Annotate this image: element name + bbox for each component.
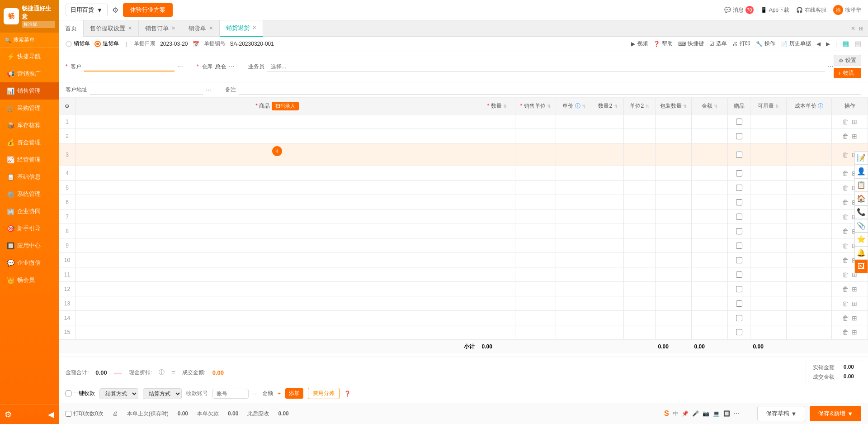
cell-cost-price-12[interactable] bbox=[787, 282, 832, 296]
cell-cost-price-15[interactable] bbox=[787, 325, 832, 340]
delete-btn-6[interactable]: 🗑 bbox=[841, 198, 849, 207]
cell-unit2-1[interactable] bbox=[624, 114, 656, 129]
tab-close-sales-delivery[interactable]: ✕ bbox=[209, 25, 213, 31]
cell-quantity-6[interactable] bbox=[479, 195, 515, 210]
cell-quantity2-10[interactable] bbox=[592, 253, 624, 267]
delete-btn-5[interactable]: 🗑 bbox=[841, 183, 849, 192]
right-icon-5[interactable]: 📞 bbox=[854, 205, 868, 219]
cell-cost-price-4[interactable] bbox=[787, 166, 832, 181]
cell-sales-unit-2[interactable] bbox=[515, 129, 556, 143]
cell-quantity2-7[interactable] bbox=[592, 210, 624, 224]
price-info-icon[interactable]: ⓘ bbox=[575, 103, 580, 109]
amount-dot-btn[interactable]: + bbox=[278, 391, 281, 397]
cell-sales-unit-3[interactable] bbox=[515, 143, 556, 166]
sidebar-item-enterprise[interactable]: 🏢 企业协同 bbox=[0, 203, 59, 220]
history-btn[interactable]: 📄 历史单据 bbox=[781, 40, 811, 48]
add-btn[interactable]: 添加 bbox=[285, 388, 303, 399]
sidebar-item-inventory[interactable]: 📦 库存核算 bbox=[0, 117, 59, 134]
cell-quantity-1[interactable] bbox=[479, 114, 515, 129]
settings-bottom-icon[interactable]: ⚙ bbox=[5, 410, 12, 419]
gift-checkbox-3[interactable] bbox=[736, 152, 742, 158]
cell-cost-price-6[interactable] bbox=[787, 195, 832, 210]
cell-cost-price-11[interactable] bbox=[787, 267, 832, 282]
cell-unit2-5[interactable] bbox=[624, 181, 656, 195]
address-more-btn[interactable]: ··· bbox=[206, 86, 212, 94]
sidebar-item-member[interactable]: 👑 畅会员 bbox=[0, 272, 59, 289]
cell-product-7[interactable] bbox=[75, 210, 479, 224]
cell-quantity-12[interactable] bbox=[479, 282, 515, 296]
cell-gift-4[interactable] bbox=[728, 166, 750, 181]
sidebar-item-operations[interactable]: 📈 经营管理 bbox=[0, 151, 59, 168]
logistics-btn[interactable]: + 物流 bbox=[834, 68, 861, 78]
print-btn[interactable]: 🖨 打印 bbox=[732, 40, 750, 48]
copy-btn-14[interactable]: ⊞ bbox=[851, 314, 858, 323]
cell-amount-3[interactable] bbox=[692, 143, 728, 166]
right-icon-9[interactable]: 🖼 bbox=[854, 260, 868, 273]
cell-product-1[interactable] bbox=[75, 114, 479, 129]
cell-gift-5[interactable] bbox=[728, 181, 750, 195]
cell-unit2-6[interactable] bbox=[624, 195, 656, 210]
help-btn[interactable]: ❓ 帮助 bbox=[653, 40, 673, 48]
cell-available-13[interactable] bbox=[750, 296, 787, 311]
cell-unit2-10[interactable] bbox=[624, 253, 656, 267]
cell-amount-5[interactable] bbox=[692, 181, 728, 195]
cell-available-14[interactable] bbox=[750, 311, 787, 325]
cell-available-4[interactable] bbox=[750, 166, 787, 181]
view-list-btn[interactable]: ▤ bbox=[854, 39, 861, 48]
cell-cost-price-3[interactable] bbox=[787, 143, 832, 166]
cell-sales-unit-15[interactable] bbox=[515, 325, 556, 340]
cell-unit-price-15[interactable] bbox=[556, 325, 592, 340]
fee-help-icon[interactable]: ❓ bbox=[344, 391, 351, 397]
cell-pack-qty-10[interactable] bbox=[656, 253, 692, 267]
add-row-btn[interactable]: + bbox=[272, 146, 282, 156]
cell-unit-price-9[interactable] bbox=[556, 238, 592, 253]
message-btn[interactable]: 💬 消息 70 bbox=[724, 6, 754, 14]
cell-sales-unit-8[interactable] bbox=[515, 224, 556, 238]
gift-checkbox-1[interactable] bbox=[736, 119, 742, 125]
cell-unit2-8[interactable] bbox=[624, 224, 656, 238]
cell-sales-unit-6[interactable] bbox=[515, 195, 556, 210]
cell-product-6[interactable] bbox=[75, 195, 479, 210]
one-click-pay-checkbox[interactable] bbox=[66, 391, 71, 396]
tab-close-price-settings[interactable]: ✕ bbox=[128, 25, 132, 31]
cell-quantity-15[interactable] bbox=[479, 325, 515, 340]
cell-available-9[interactable] bbox=[750, 238, 787, 253]
scan-btn[interactable]: 扫码录入 bbox=[272, 102, 299, 110]
sidebar-item-base[interactable]: 📋 基础信息 bbox=[0, 168, 59, 186]
cell-amount-2[interactable] bbox=[692, 129, 728, 143]
cell-unit2-12[interactable] bbox=[624, 282, 656, 296]
cell-product-2[interactable] bbox=[75, 129, 479, 143]
cell-product-8[interactable] bbox=[75, 224, 479, 238]
cell-gift-1[interactable] bbox=[728, 114, 750, 129]
copy-btn-2[interactable]: ⊞ bbox=[851, 132, 858, 141]
cell-cost-price-13[interactable] bbox=[787, 296, 832, 311]
tab-price-settings[interactable]: 售价提取设置 ✕ bbox=[84, 20, 139, 37]
cell-amount-4[interactable] bbox=[692, 166, 728, 181]
cell-pack-qty-6[interactable] bbox=[656, 195, 692, 210]
cell-unit2-3[interactable] bbox=[624, 143, 656, 166]
cell-quantity2-1[interactable] bbox=[592, 114, 624, 129]
cell-quantity-7[interactable] bbox=[479, 210, 515, 224]
cell-quantity-10[interactable] bbox=[479, 253, 515, 267]
cell-quantity2-11[interactable] bbox=[592, 267, 624, 282]
cell-sales-unit-9[interactable] bbox=[515, 238, 556, 253]
cell-available-11[interactable] bbox=[750, 267, 787, 282]
fee-split-btn[interactable]: 费用分摊 bbox=[308, 388, 340, 399]
cell-cost-price-7[interactable] bbox=[787, 210, 832, 224]
gift-checkbox-14[interactable] bbox=[736, 315, 742, 321]
cell-amount-10[interactable] bbox=[692, 253, 728, 267]
right-icon-7[interactable]: ⭐ bbox=[854, 233, 868, 246]
cell-available-7[interactable] bbox=[750, 210, 787, 224]
cell-unit2-2[interactable] bbox=[624, 129, 656, 143]
cell-gift-10[interactable] bbox=[728, 253, 750, 267]
tab-close-sales-return[interactable]: ✕ bbox=[252, 25, 256, 31]
support-btn[interactable]: 🎧 在线客服 bbox=[796, 6, 826, 14]
operate-btn[interactable]: 🔧 操作 bbox=[756, 40, 775, 48]
cell-quantity2-13[interactable] bbox=[592, 296, 624, 311]
cell-cost-price-2[interactable] bbox=[787, 129, 832, 143]
next-record-btn[interactable]: ▶ bbox=[826, 41, 830, 47]
customer-more-btn[interactable]: ··· bbox=[177, 62, 183, 71]
cell-quantity2-15[interactable] bbox=[592, 325, 624, 340]
cell-amount-7[interactable] bbox=[692, 210, 728, 224]
cell-quantity-8[interactable] bbox=[479, 224, 515, 238]
